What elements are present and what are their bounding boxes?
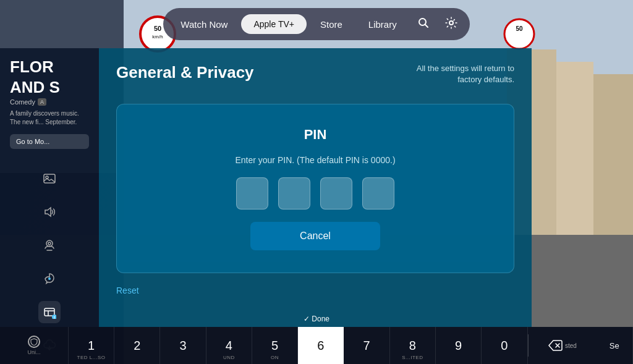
pin-box-4[interactable] — [362, 177, 394, 210]
numpad: Uni... 1 Ted L...so 2 3 4 und 5 on 6 7 8… — [0, 327, 633, 364]
pin-dialog: PIN Enter your PIN. (The default PIN is … — [116, 104, 514, 273]
shield-icon — [28, 336, 40, 348]
key-3[interactable]: 3 — [160, 327, 206, 364]
svg-point-19 — [48, 242, 51, 245]
svg-point-14 — [449, 21, 453, 25]
pin-box-3[interactable] — [320, 177, 352, 210]
svg-rect-15 — [44, 174, 55, 183]
settings-header: General & Privacy All the settings will … — [116, 63, 514, 85]
subtitles-icon[interactable] — [38, 268, 61, 290]
go-to-movie-button[interactable]: Go to Mo... — [10, 134, 89, 149]
key-8[interactable]: 8 S...ited — [390, 327, 436, 364]
svg-point-20 — [48, 277, 51, 280]
svg-line-13 — [425, 25, 428, 28]
svg-marker-17 — [45, 208, 51, 216]
bottom-bar: ✓ Done Uni... 1 Ted L...so 2 3 4 und 5 o… — [0, 327, 633, 364]
security-key[interactable]: Uni... — [0, 327, 69, 364]
movie-desc: A family discovers music. The new fi... … — [0, 109, 99, 127]
nav-store[interactable]: Store — [308, 14, 355, 35]
main-area: General & Privacy All the settings will … — [99, 48, 633, 327]
nav-library[interactable]: Library — [356, 14, 409, 35]
movie-genre: Comedy A — [0, 98, 99, 106]
settings-panel: General & Privacy All the settings will … — [99, 48, 532, 327]
cancel-button[interactable]: Cancel — [250, 222, 380, 250]
pin-inputs — [236, 177, 394, 210]
nav-apple-tv[interactable]: Apple TV+ — [241, 14, 307, 34]
guide-icon[interactable]: i — [38, 301, 61, 323]
movie-title: FLOR — [0, 58, 99, 76]
key-4[interactable]: 4 und — [206, 327, 252, 364]
settings-icon[interactable] — [438, 12, 465, 36]
airplay-icon[interactable] — [38, 234, 61, 256]
image-icon[interactable] — [38, 167, 61, 190]
key-0[interactable]: 0 — [482, 327, 527, 364]
pin-dialog-title: PIN — [304, 127, 327, 143]
pin-box-2[interactable] — [278, 177, 310, 210]
svg-rect-21 — [45, 308, 54, 316]
nav-pill: Watch Now Apple TV+ Store Library — [163, 8, 469, 40]
key-2[interactable]: 2 — [114, 327, 160, 364]
done-indicator: ✓ Done — [304, 315, 329, 323]
key-9[interactable]: 9 — [436, 327, 482, 364]
key-5[interactable]: 5 on — [252, 327, 298, 364]
settings-note: All the settings will return to factory … — [391, 63, 514, 85]
svg-text:i: i — [54, 315, 55, 319]
extra-key[interactable]: Se — [596, 327, 633, 364]
pin-box-1[interactable] — [236, 177, 268, 210]
movie-title2: AND S — [0, 78, 99, 96]
audio-icon[interactable] — [38, 201, 61, 223]
key-6[interactable]: 6 — [298, 327, 344, 364]
nav-bar: Watch Now Apple TV+ Store Library — [0, 0, 633, 48]
settings-title: General & Privacy — [116, 63, 254, 82]
reset-link[interactable]: Reset — [116, 286, 139, 295]
left-panel: FLOR AND S Comedy A A family discovers m… — [0, 48, 99, 327]
search-icon[interactable] — [410, 12, 436, 36]
nav-watch-now[interactable]: Watch Now — [168, 14, 240, 35]
backspace-key[interactable]: sted — [529, 327, 597, 364]
pin-dialog-description: Enter your PIN. (The default PIN is 0000… — [235, 155, 395, 165]
key-1[interactable]: 1 Ted L...so — [69, 327, 114, 364]
key-7[interactable]: 7 — [344, 327, 389, 364]
